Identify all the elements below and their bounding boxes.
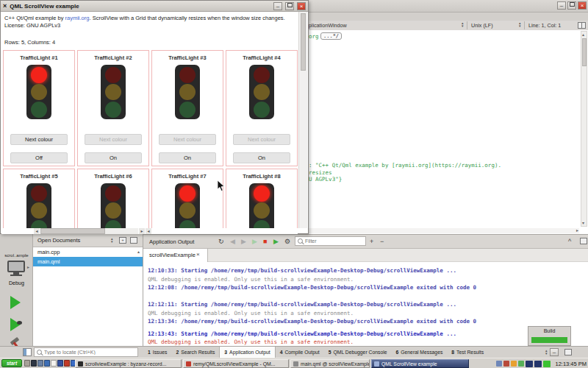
scrollbar-thumb[interactable] [582,38,587,66]
line-ending-dropdown-icon[interactable]: ▴▾ [519,22,521,27]
document-item[interactable]: main.cpp [33,247,143,257]
kit-selector-project-label[interactable]: scrol..ample [0,253,33,258]
split-editor-icon[interactable] [578,22,586,29]
debug-run-output-icon[interactable]: ▶ [273,236,279,248]
launcher-terminal[interactable] [31,360,37,367]
pane-button-issues[interactable]: 1Issues [143,347,171,358]
show-panel-icon[interactable] [564,349,572,355]
toggle-button[interactable]: On [85,152,142,163]
debug-run-button[interactable] [10,318,21,331]
launcher-browser[interactable] [44,360,50,367]
qml-minimize-button[interactable]: – [273,2,282,10]
launcher-office[interactable] [57,360,63,367]
next-colour-button[interactable]: Next colour [233,134,290,145]
document-item[interactable]: main.qml [33,257,143,266]
scroll-left-icon[interactable]: ◂ [34,228,40,234]
pane-button-test-results[interactable]: 8Test Results [447,347,488,358]
symbol-selector[interactable]: ApplicationWindow [302,22,347,29]
locator-field[interactable] [34,347,138,357]
filter-field[interactable] [295,236,366,246]
search-icon [37,350,42,355]
toggle-button[interactable]: Off [10,152,68,163]
scroll-right-icon[interactable]: ▸ [139,228,145,234]
stop-icon[interactable]: ■ [263,236,267,248]
kit-selector-mode-label[interactable]: Debug [0,280,33,286]
zoom-out-icon[interactable]: − [380,236,384,248]
kit-selector-expand-icon[interactable]: ▸ [27,265,29,269]
task-button[interactable]: main.qml @ scrollViewExample [m... [290,359,370,368]
forward-icon[interactable]: ▶ [241,236,246,248]
pane-button-search-results[interactable]: 2Search Results [171,347,219,358]
filter-input[interactable] [305,238,363,244]
pane-number: 2 [176,350,179,355]
split-panel-icon[interactable]: + [119,237,126,244]
scrollbar-thumb[interactable] [40,228,105,234]
next-colour-button[interactable]: Next colour [159,134,216,145]
qtcreator-minimize-button[interactable]: – [557,1,566,10]
next-colour-button[interactable]: Next colour [10,134,68,145]
pane-button-general-messages[interactable]: 6General Messages [391,347,447,358]
application-output-panel: Application Output ↻ ◀ ▶ ▶ ■ ▶ ⚙ + − ^ s… [143,234,588,346]
output-tab[interactable]: scrollViewExample × [143,249,208,262]
editor-vertical-scrollbar[interactable]: ▴ ▾ [581,31,587,227]
start-button[interactable]: start [1,359,22,367]
locator-input[interactable] [44,350,135,355]
task-button[interactable]: remy/QMLscrollViewExample - QM... [183,359,289,368]
pane-button-application-output[interactable]: 3Application Output [219,347,275,358]
close-pane-icon[interactable] [580,238,587,244]
qtcreator-maximize-button[interactable] [567,1,576,10]
run-output-icon[interactable]: ▶ [252,236,257,248]
tray-desktop[interactable] [543,361,551,367]
quick-launchers [24,360,76,367]
close-panel-icon[interactable] [130,237,137,244]
kit-selector-monitor-icon[interactable] [7,261,25,272]
toggle-sidebar-icon[interactable] [23,348,32,356]
tab-close-icon[interactable]: × [196,251,200,258]
rerun-icon[interactable]: ↻ [218,236,224,248]
qml-vertical-scrollbar[interactable] [298,12,307,228]
launcher-media-player[interactable] [64,360,70,367]
task-button[interactable]: QML ScrollView example [371,359,469,368]
qtcreator-close-button[interactable]: × [578,1,587,10]
tray-workspace-1[interactable] [526,361,533,367]
editor-horizontal-scrollbar[interactable]: ▸ [305,228,579,233]
back-icon[interactable]: ◀ [230,236,235,248]
launcher-image-viewer[interactable] [24,360,30,367]
run-button[interactable] [10,296,21,309]
tray-workspace-2[interactable] [534,361,542,367]
tray-network[interactable] [518,361,524,367]
scroll-right-icon[interactable]: ▸ [576,228,578,233]
next-colour-button[interactable]: Next colour [85,134,142,145]
pane-button-qml-debugger-console[interactable]: 5QML Debugger Console [324,347,392,358]
maximize-pane-icon[interactable]: ^ [568,236,571,248]
scroll-left-icon[interactable]: ◂ [146,228,151,234]
list-scroll-up-icon[interactable]: ▴ [137,250,140,254]
scroll-up-icon[interactable]: ▴ [582,32,584,37]
symbol-dropdown-icon[interactable]: ▴▾ [462,22,464,27]
qml-maximize-button[interactable] [285,2,294,10]
scrollbar-thumb[interactable] [301,13,306,71]
minimize-output-button[interactable]: – [550,348,559,356]
line-ending-selector[interactable]: Unix (LF) [471,22,493,29]
launcher-text-editor[interactable] [51,360,57,367]
qml-close-button[interactable]: × [297,2,306,10]
tray-clipboard[interactable] [511,361,517,367]
tray-volume[interactable] [496,361,502,367]
zoom-in-icon[interactable]: + [370,236,373,248]
raymii-link[interactable]: raymii.org [65,15,90,21]
qml-window-titlebar[interactable]: × QML ScrollView example – × [1,1,308,12]
pane-sort-icon[interactable]: ▴▾ [545,350,548,355]
pane-button-compile-output[interactable]: 4Compile Output [276,347,324,358]
qml-horizontal-scrollbar[interactable]: ◂ ▸ ◂ [1,228,298,234]
toggle-button[interactable]: On [233,152,290,163]
settings-gear-icon[interactable]: ⚙ [284,236,290,248]
sort-icon[interactable]: ▴▾ [111,238,113,243]
tray-updates[interactable] [503,361,509,367]
launcher-file-manager[interactable] [37,360,43,367]
trafficlight-graphic [175,65,200,119]
task-button[interactable]: scrollviewExample : byzanz-record... [75,359,182,368]
toggle-button[interactable]: On [159,152,216,163]
scroll-down-icon[interactable]: ▾ [582,221,584,225]
folded-comment-marker[interactable]: ...*/ [320,32,342,40]
console-line: 12:13:34: /home/remy/tmp/build-scrollvie… [148,317,586,326]
